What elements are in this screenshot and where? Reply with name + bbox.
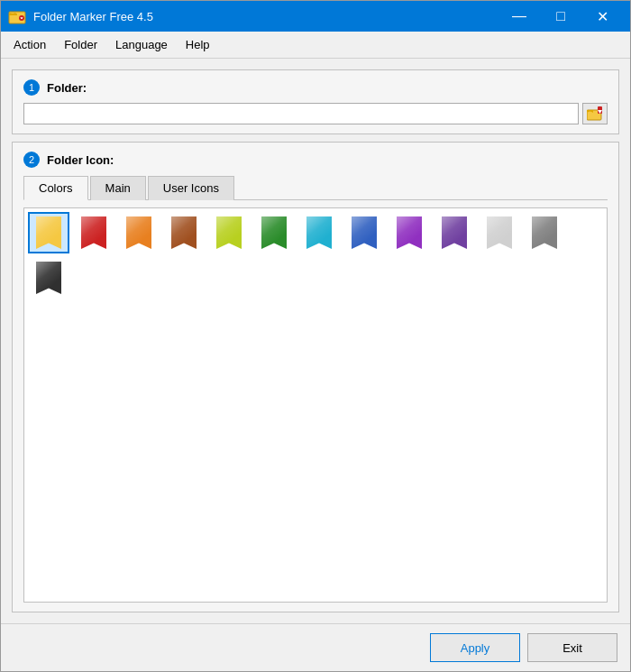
- icon-section-header: 2 Folder Icon:: [23, 152, 608, 168]
- tab-colors[interactable]: Colors: [23, 176, 88, 200]
- menu-action[interactable]: Action: [5, 34, 55, 55]
- menu-folder[interactable]: Folder: [55, 34, 106, 55]
- maximize-button[interactable]: □: [540, 1, 581, 32]
- menu-help[interactable]: Help: [177, 34, 219, 55]
- icon-item[interactable]: [389, 212, 430, 253]
- svg-rect-1: [9, 14, 17, 15]
- titlebar-buttons: — □ ✕: [498, 1, 623, 32]
- apply-button[interactable]: Apply: [430, 633, 520, 662]
- app-window: Folder Marker Free 4.5 — □ ✕ Action Fold…: [0, 0, 631, 672]
- tab-main[interactable]: Main: [90, 176, 146, 200]
- menubar: Action Folder Language Help: [1, 32, 630, 59]
- icon-item[interactable]: [163, 212, 205, 253]
- tab-user-icons[interactable]: User Icons: [148, 176, 234, 200]
- close-button[interactable]: ✕: [581, 1, 623, 32]
- folder-path-input[interactable]: [23, 103, 579, 124]
- icon-item[interactable]: [298, 212, 340, 253]
- menu-language[interactable]: Language: [106, 34, 177, 55]
- titlebar: Folder Marker Free 4.5 — □ ✕: [1, 1, 630, 32]
- folder-input-row: [23, 103, 608, 124]
- tab-bar: Colors Main User Icons: [23, 175, 608, 200]
- icon-section: 2 Folder Icon: Colors Main User Icons: [12, 142, 619, 612]
- main-content: 1 Folder:: [1, 59, 630, 623]
- folder-section-header: 1 Folder:: [23, 79, 608, 96]
- footer: Apply Exit: [1, 623, 630, 671]
- minimize-button[interactable]: —: [498, 1, 540, 32]
- icon-item[interactable]: [73, 212, 114, 253]
- folder-icon-label: Folder Icon:: [47, 153, 114, 167]
- app-icon: [8, 7, 26, 25]
- icon-item[interactable]: [479, 212, 520, 253]
- icon-item[interactable]: [434, 212, 475, 253]
- step2-circle: 2: [23, 152, 40, 168]
- icon-item[interactable]: [28, 212, 69, 253]
- icon-item[interactable]: [208, 212, 250, 253]
- icon-item[interactable]: [253, 212, 295, 253]
- icon-item[interactable]: [118, 212, 160, 253]
- icon-item[interactable]: [28, 257, 69, 299]
- folder-label: Folder:: [47, 81, 87, 95]
- icon-item[interactable]: [524, 212, 565, 253]
- exit-button[interactable]: Exit: [527, 633, 617, 662]
- step1-circle: 1: [23, 79, 40, 96]
- icon-item[interactable]: [343, 212, 385, 253]
- folder-section: 1 Folder:: [12, 69, 619, 134]
- window-title: Folder Marker Free 4.5: [33, 10, 498, 23]
- browse-button[interactable]: [582, 103, 608, 124]
- icons-grid: [23, 207, 608, 603]
